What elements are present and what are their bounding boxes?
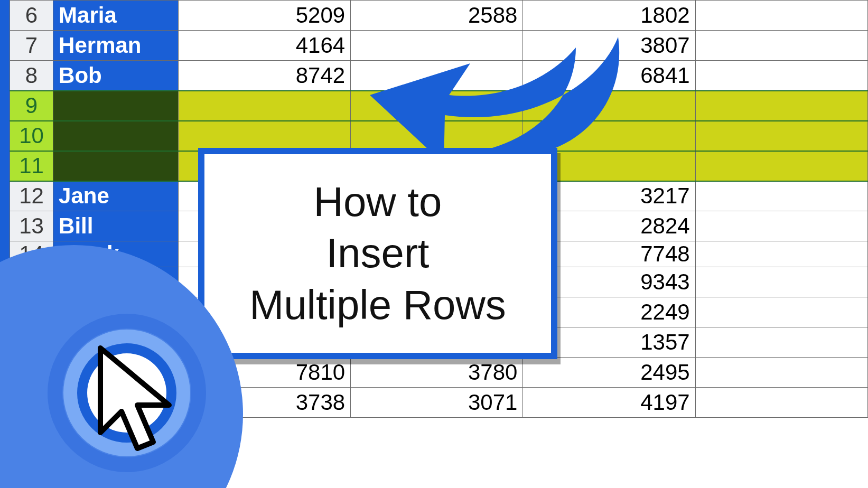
- value-cell[interactable]: 4164: [178, 31, 350, 61]
- value-cell[interactable]: [178, 91, 350, 121]
- row-header[interactable]: 11: [10, 151, 53, 181]
- thumbnail-frame: 6Maria5209258818027Herman416438078Bob874…: [0, 0, 868, 488]
- value-cell[interactable]: [695, 211, 867, 241]
- value-cell[interactable]: [351, 31, 523, 61]
- value-cell[interactable]: 5209: [178, 1, 350, 31]
- row-header[interactable]: 7: [10, 31, 53, 61]
- row-header[interactable]: 9: [10, 91, 53, 121]
- title-text: How to Insert Multiple Rows: [249, 176, 506, 331]
- value-cell[interactable]: [695, 181, 867, 211]
- value-cell[interactable]: [351, 121, 523, 151]
- cursor-icon: [90, 343, 185, 459]
- value-cell[interactable]: [523, 121, 695, 151]
- table-row[interactable]: 10: [10, 121, 868, 151]
- name-cell[interactable]: Jane: [53, 181, 179, 211]
- value-cell[interactable]: 8742: [178, 61, 350, 91]
- value-cell[interactable]: 1802: [523, 1, 695, 31]
- value-cell[interactable]: 4197: [523, 388, 695, 418]
- table-row[interactable]: 9: [10, 91, 868, 121]
- value-cell[interactable]: [695, 327, 867, 358]
- row-header[interactable]: 12: [10, 181, 53, 211]
- value-cell[interactable]: [695, 388, 867, 418]
- value-cell[interactable]: [695, 1, 867, 31]
- value-cell[interactable]: 3807: [523, 31, 695, 61]
- value-cell[interactable]: [695, 121, 867, 151]
- value-cell[interactable]: [695, 241, 867, 267]
- value-cell[interactable]: 3071: [351, 388, 523, 418]
- value-cell[interactable]: [695, 267, 867, 297]
- value-cell[interactable]: [178, 121, 350, 151]
- name-cell[interactable]: [53, 151, 179, 181]
- name-cell[interactable]: [53, 121, 179, 151]
- value-cell[interactable]: [695, 31, 867, 61]
- value-cell[interactable]: [695, 91, 867, 121]
- table-row[interactable]: 7Herman41643807: [10, 31, 868, 61]
- name-cell[interactable]: Herman: [53, 31, 179, 61]
- value-cell[interactable]: [695, 61, 867, 91]
- value-cell[interactable]: [695, 151, 867, 181]
- value-cell[interactable]: [351, 61, 523, 91]
- value-cell[interactable]: 6841: [523, 61, 695, 91]
- name-cell[interactable]: Bob: [53, 61, 179, 91]
- name-cell[interactable]: Bill: [53, 211, 179, 241]
- table-row[interactable]: 6Maria520925881802: [10, 1, 868, 31]
- title-card: How to Insert Multiple Rows: [198, 148, 557, 359]
- value-cell[interactable]: 3780: [351, 358, 523, 388]
- value-cell[interactable]: [695, 297, 867, 327]
- row-header[interactable]: 8: [10, 61, 53, 91]
- table-row[interactable]: 8Bob87426841: [10, 61, 868, 91]
- value-cell[interactable]: 2588: [351, 1, 523, 31]
- name-cell[interactable]: Maria: [53, 1, 179, 31]
- row-header[interactable]: 13: [10, 211, 53, 241]
- row-header[interactable]: 6: [10, 1, 53, 31]
- value-cell[interactable]: 2495: [523, 358, 695, 388]
- name-cell[interactable]: [53, 91, 179, 121]
- row-header[interactable]: 10: [10, 121, 53, 151]
- value-cell[interactable]: [351, 91, 523, 121]
- value-cell[interactable]: [523, 91, 695, 121]
- value-cell[interactable]: [695, 358, 867, 388]
